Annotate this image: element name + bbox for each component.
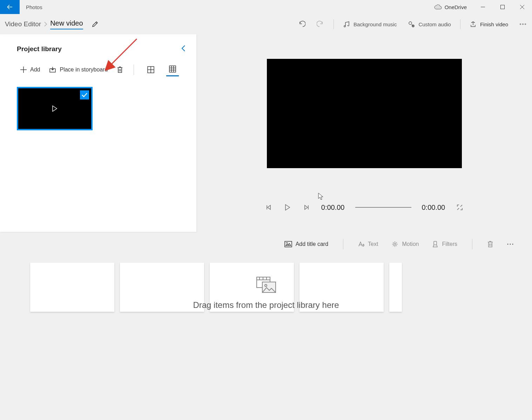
- svg-point-4: [409, 22, 412, 25]
- onedrive-button[interactable]: OneDrive: [428, 0, 473, 14]
- add-label: Add: [30, 67, 40, 73]
- redo-button[interactable]: [311, 14, 330, 34]
- text-button[interactable]: Text: [354, 241, 382, 247]
- app-title: Photos: [20, 0, 42, 14]
- separator: [472, 239, 472, 249]
- onedrive-label: OneDrive: [445, 4, 467, 10]
- selected-check: [80, 90, 89, 99]
- storyboard-more-button[interactable]: [503, 243, 518, 245]
- preview-canvas: [267, 59, 462, 168]
- svg-rect-19: [285, 241, 292, 247]
- trash-icon: [117, 66, 123, 73]
- storyboard-delete-button[interactable]: [483, 241, 498, 248]
- pencil-icon: [92, 21, 99, 28]
- grid-3x3-icon: [169, 66, 176, 73]
- svg-point-24: [512, 244, 513, 245]
- grid-large-button[interactable]: [144, 63, 157, 76]
- motion-label: Motion: [402, 241, 419, 247]
- filters-button[interactable]: Filters: [428, 241, 462, 248]
- storyboard-empty-message: Drag items from the project library here: [193, 276, 339, 310]
- cloud-icon: [434, 5, 442, 9]
- delete-button[interactable]: [117, 66, 123, 73]
- storyboard-slot[interactable]: [120, 263, 204, 312]
- add-title-card-button[interactable]: Add title card: [280, 241, 332, 247]
- trash-icon: [487, 241, 493, 248]
- previous-frame-button[interactable]: [264, 203, 273, 212]
- finish-video-label: Finish video: [480, 21, 508, 27]
- play-button[interactable]: [283, 203, 292, 212]
- current-time: 0:00.00: [321, 204, 345, 212]
- seek-bar[interactable]: [355, 207, 411, 208]
- motion-icon: [391, 241, 398, 248]
- separator: [334, 19, 334, 29]
- collapse-library-button[interactable]: [181, 45, 186, 53]
- text-label: Text: [368, 241, 378, 247]
- minimize-button[interactable]: [473, 0, 493, 14]
- filters-icon: [432, 241, 438, 248]
- separator: [134, 64, 134, 75]
- expand-icon: [457, 204, 463, 211]
- svg-rect-21: [434, 241, 437, 245]
- place-icon: [49, 67, 56, 73]
- text-icon: [358, 241, 364, 247]
- check-icon: [81, 92, 88, 97]
- svg-point-23: [510, 244, 511, 245]
- storyboard-drop-area[interactable]: Drag items from the project library here: [0, 256, 532, 330]
- custom-audio-icon: [408, 21, 415, 28]
- ellipsis-icon: [519, 23, 526, 25]
- breadcrumb-root[interactable]: Video Editor: [5, 20, 41, 28]
- filters-label: Filters: [442, 241, 457, 247]
- custom-audio-label: Custom audio: [418, 21, 451, 27]
- step-forward-icon: [304, 205, 309, 210]
- total-time: 0:00.00: [422, 204, 445, 212]
- next-frame-button[interactable]: [302, 203, 311, 212]
- maximize-button[interactable]: [493, 0, 512, 14]
- svg-point-6: [520, 24, 521, 25]
- svg-point-7: [523, 24, 524, 25]
- project-library-title: Project library: [17, 45, 62, 53]
- place-label: Place in storyboard: [60, 67, 108, 73]
- close-button[interactable]: [512, 0, 532, 14]
- finish-video-button[interactable]: Finish video: [464, 14, 514, 34]
- svg-point-22: [507, 244, 509, 245]
- background-music-label: Background music: [353, 21, 397, 27]
- breadcrumb: Video Editor New video: [0, 19, 83, 29]
- grid-small-button[interactable]: [166, 63, 179, 76]
- separator: [343, 239, 343, 249]
- music-icon: [343, 21, 350, 28]
- add-title-card-label: Add title card: [296, 241, 328, 247]
- place-in-storyboard-button[interactable]: Place in storyboard: [49, 67, 108, 73]
- motion-button[interactable]: Motion: [387, 241, 423, 248]
- ellipsis-icon: [507, 243, 514, 245]
- undo-button[interactable]: [292, 14, 311, 34]
- chevron-left-icon: [181, 45, 186, 52]
- custom-audio-button[interactable]: Custom audio: [402, 14, 457, 34]
- more-button[interactable]: [514, 14, 532, 34]
- storyboard-slot[interactable]: [30, 263, 114, 312]
- plus-icon: [20, 67, 27, 73]
- library-clip-thumbnail[interactable]: [17, 87, 93, 130]
- storyboard-slot[interactable]: [389, 263, 402, 312]
- back-button[interactable]: [0, 0, 20, 14]
- step-back-icon: [266, 205, 271, 210]
- fullscreen-button[interactable]: [456, 203, 464, 212]
- background-music-button[interactable]: Background music: [337, 14, 402, 34]
- play-icon: [52, 105, 58, 112]
- media-icon: [256, 276, 276, 294]
- project-library-panel: Project library Add Place in storyboard: [0, 34, 196, 232]
- export-icon: [470, 21, 477, 28]
- breadcrumb-current: New video: [50, 19, 83, 29]
- svg-point-8: [525, 24, 526, 25]
- undo-icon: [298, 20, 305, 28]
- svg-point-20: [394, 243, 396, 245]
- grid-2x2-icon: [147, 66, 154, 73]
- play-icon: [285, 204, 290, 211]
- rename-button[interactable]: [88, 17, 102, 31]
- redo-icon: [317, 20, 324, 28]
- svg-rect-14: [169, 66, 176, 72]
- svg-rect-1: [501, 5, 505, 9]
- chevron-right-icon: [44, 22, 47, 27]
- separator: [460, 19, 460, 29]
- add-button[interactable]: Add: [20, 67, 40, 73]
- title-card-icon: [284, 241, 292, 247]
